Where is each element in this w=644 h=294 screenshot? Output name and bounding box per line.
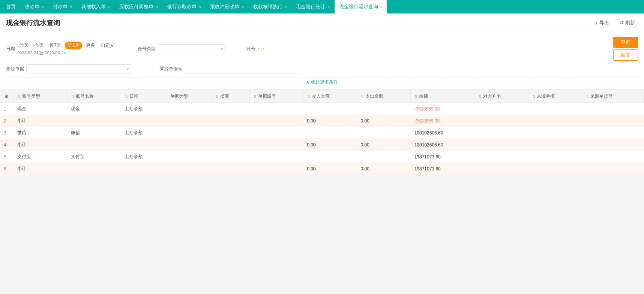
cell-account-type: 小计 bbox=[14, 163, 67, 175]
right-buttons: 查询 设置 bbox=[613, 37, 638, 61]
date-1month[interactable]: 近1月 bbox=[65, 42, 83, 49]
cell-balance: -3528659.33 bbox=[411, 115, 475, 127]
nav-home[interactable]: 首页 bbox=[2, 0, 20, 13]
close-icon[interactable]: × bbox=[156, 0, 158, 13]
collapse-bar[interactable]: ∧ 收起更多条件 bbox=[6, 77, 638, 86]
col-balance[interactable]: ⇅余额 bbox=[411, 90, 475, 103]
cell-date: 上期余额 bbox=[121, 151, 166, 163]
cell-balance: 19871073.60 bbox=[411, 151, 475, 163]
cell-source-doc bbox=[528, 139, 582, 151]
cell-counterparty bbox=[475, 103, 528, 115]
cell-income: 0.00 bbox=[303, 163, 357, 175]
date-custom[interactable]: 自定义 bbox=[99, 42, 117, 49]
col-account-name[interactable]: ⇅账号名称 bbox=[67, 90, 121, 103]
nav-collection-exec[interactable]: 收款核销执行 × bbox=[249, 0, 291, 13]
account-type-select-wrapper: 现金 微信 支付宝 ∨ bbox=[158, 44, 225, 53]
close-icon[interactable]: × bbox=[199, 0, 201, 13]
cell-source-doc-no bbox=[582, 139, 644, 151]
cell-summary bbox=[212, 151, 249, 163]
date-yesterday[interactable]: 昨天 bbox=[17, 42, 31, 49]
nav-receipt[interactable]: 收款单 × bbox=[20, 0, 48, 13]
cell-account-type: 微信 bbox=[14, 127, 67, 139]
filter-row-1: 日期 昨天 今天 近7天 近1月 更多 自定义 2023-02-24 至 202… bbox=[6, 37, 638, 61]
refresh-button[interactable]: ↺ 刷新 bbox=[617, 18, 638, 28]
cell-account-name: 现金 bbox=[67, 103, 121, 115]
source-doc-select[interactable] bbox=[26, 64, 131, 73]
cell-summary bbox=[212, 115, 249, 127]
row-num: 2 bbox=[0, 115, 14, 127]
close-icon[interactable]: × bbox=[242, 0, 244, 13]
cell-date: 上期余额 bbox=[121, 127, 166, 139]
cell-doc-type bbox=[166, 103, 212, 115]
settings-button[interactable]: 设置 bbox=[613, 49, 638, 61]
cell-counterparty bbox=[475, 139, 528, 151]
cell-expense bbox=[357, 151, 411, 163]
cell-source-doc-no bbox=[582, 115, 644, 127]
nav-other-income[interactable]: 其他收入单 × bbox=[77, 0, 115, 13]
table-body: 1 现金 现金 上期余额 -3528659.33 2 小计 0.00 0.00 … bbox=[0, 103, 644, 175]
query-button[interactable]: 查询 bbox=[613, 37, 638, 48]
cell-summary bbox=[212, 139, 249, 151]
table-container: ⚙ ⇅账号类型 ⇅账号名称 ⇅日期 单据类型 ⇅摘要 ⇅单据编号 ⇅收入金额 ⇅… bbox=[0, 90, 644, 175]
cell-expense: 0.00 bbox=[357, 115, 411, 127]
cell-source-doc bbox=[528, 151, 582, 163]
cell-counterparty bbox=[475, 163, 528, 175]
col-summary[interactable]: ⇅摘要 bbox=[212, 90, 249, 103]
cell-income: 0.00 bbox=[303, 139, 357, 151]
cell-doc-no bbox=[249, 103, 303, 115]
source-doc-label: 来源单据 bbox=[6, 66, 24, 72]
source-doc-num-filter: 来源单据号 bbox=[160, 65, 297, 73]
account-type-select[interactable]: 现金 微信 支付宝 bbox=[158, 44, 225, 53]
nav-cash-flow[interactable]: 现金银行流水查询 × bbox=[335, 0, 387, 13]
cell-source-doc bbox=[528, 163, 582, 175]
col-doc-no[interactable]: ⇅单据编号 bbox=[249, 90, 303, 103]
col-source-doc-no[interactable]: ⇅来源单据号 bbox=[582, 90, 644, 103]
cell-balance: 100102606.60 bbox=[411, 127, 475, 139]
page-title: 现金银行流水查询 bbox=[6, 18, 60, 27]
nav-ar-ap-adjust[interactable]: 应收应付调整单 × bbox=[115, 0, 162, 13]
cell-balance: 19871073.60 bbox=[411, 163, 475, 175]
col-expense[interactable]: ⇅支出金额 bbox=[357, 90, 411, 103]
cell-income: 0.00 bbox=[303, 115, 357, 127]
cell-source-doc bbox=[528, 115, 582, 127]
cell-expense bbox=[357, 127, 411, 139]
top-nav: 首页 收款单 × 付款单 × 其他收入单 × 应收应付调整单 × 银行存取款单 … bbox=[0, 0, 644, 13]
cell-source-doc-no bbox=[582, 163, 644, 175]
col-source-doc[interactable]: ⇅来源单据 bbox=[528, 90, 582, 103]
col-date[interactable]: ⇅日期 bbox=[121, 90, 166, 103]
close-icon[interactable]: × bbox=[42, 0, 44, 13]
account-dots-button[interactable]: ··· bbox=[258, 45, 265, 52]
col-doc-type[interactable]: 单据类型 bbox=[166, 90, 212, 103]
table-header-row: ⚙ ⇅账号类型 ⇅账号名称 ⇅日期 单据类型 ⇅摘要 ⇅单据编号 ⇅收入金额 ⇅… bbox=[0, 90, 644, 103]
nav-prepayment[interactable]: 预收冲应收单 × bbox=[206, 0, 248, 13]
cell-account-name bbox=[67, 163, 121, 175]
export-button[interactable]: ↑ 导出 bbox=[593, 18, 612, 28]
source-doc-num-input[interactable] bbox=[185, 65, 297, 73]
col-income[interactable]: ⇅收入金额 bbox=[303, 90, 357, 103]
nav-cash-stats[interactable]: 现金银行统计 × bbox=[291, 0, 334, 13]
cell-doc-type bbox=[166, 139, 212, 151]
close-icon[interactable]: × bbox=[70, 0, 72, 13]
col-account-type[interactable]: ⇅账号类型 bbox=[14, 90, 67, 103]
cell-account-name bbox=[67, 139, 121, 151]
nav-payment[interactable]: 付款单 × bbox=[48, 0, 77, 13]
account-label: 账号 bbox=[246, 46, 255, 52]
nav-bank-deposit[interactable]: 银行存取款单 × bbox=[163, 0, 206, 13]
date-7days[interactable]: 近7天 bbox=[47, 42, 63, 49]
col-counterparty[interactable]: ⇅对方户名 bbox=[475, 90, 528, 103]
close-icon[interactable]: × bbox=[108, 0, 110, 13]
column-settings[interactable]: ⚙ bbox=[0, 90, 14, 103]
date-today[interactable]: 今天 bbox=[32, 42, 46, 49]
cell-date bbox=[121, 115, 166, 127]
cell-doc-no bbox=[249, 127, 303, 139]
close-icon[interactable]: × bbox=[285, 0, 287, 13]
cell-counterparty bbox=[475, 115, 528, 127]
close-icon[interactable]: × bbox=[327, 0, 330, 13]
cell-income bbox=[303, 127, 357, 139]
close-icon[interactable]: × bbox=[380, 0, 383, 13]
table-row: 3 微信 微信 上期余额 100102606.60 bbox=[0, 127, 644, 139]
cell-income bbox=[303, 103, 357, 115]
date-more[interactable]: 更多 bbox=[84, 42, 97, 49]
cell-expense bbox=[357, 103, 411, 115]
cell-counterparty bbox=[475, 151, 528, 163]
